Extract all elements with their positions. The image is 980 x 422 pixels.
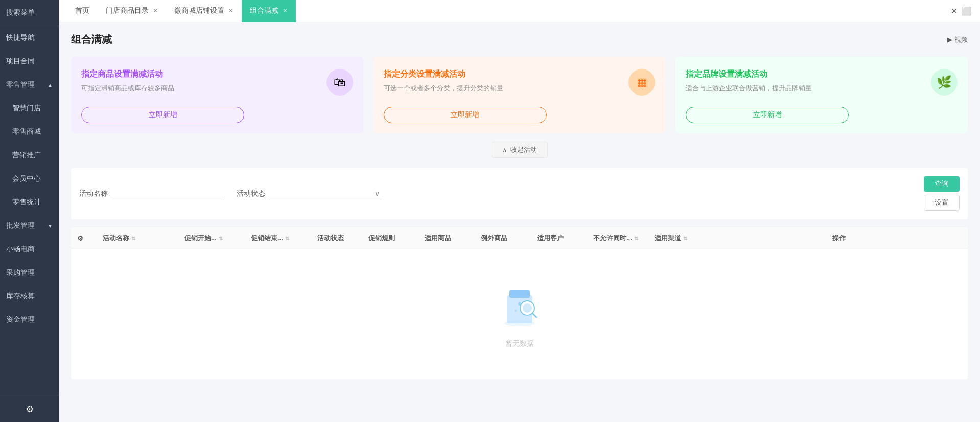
category-card-add-btn[interactable]: 立即新增	[384, 107, 547, 123]
brand-card-add-btn[interactable]: 立即新增	[686, 107, 849, 123]
tab-bar-actions: ✕ ⬜	[951, 6, 972, 16]
sidebar-item-label: 采购管理	[6, 268, 35, 277]
sidebar-item-label: 营销推广	[12, 151, 41, 160]
gear-icon: ⚙	[26, 404, 34, 415]
tab-combo-discount[interactable]: 组合满减 ✕	[242, 0, 296, 22]
tab-label: 门店商品目录	[106, 6, 149, 15]
sidebar-item-label: 批发管理	[6, 221, 35, 230]
filter-name-item: 活动名称	[79, 187, 224, 200]
svg-rect-2	[509, 290, 530, 298]
sort-icon: ⇅	[285, 236, 289, 241]
close-window-icon[interactable]: ✕	[951, 6, 958, 16]
product-activity-card: 指定商品设置满减活动 🛍 可指定滞销商品或库存较多商品 立即新增	[71, 57, 363, 133]
card-icon-product: 🛍	[326, 69, 353, 96]
sidebar-item-label: 零售管理	[6, 80, 35, 89]
sidebar-item-retail-stats[interactable]: 零售统计	[0, 191, 59, 214]
video-link[interactable]: ▶ 视频	[947, 35, 968, 44]
svg-point-6	[518, 302, 521, 306]
play-icon: ▶	[947, 36, 952, 43]
sidebar-item-xiaochang[interactable]: 小畅电商	[0, 238, 59, 261]
collapse-btn[interactable]: ∧ 收起活动	[492, 142, 548, 158]
tab-close-icon[interactable]: ✕	[228, 7, 234, 14]
page-header: 组合满减 ▶ 视频	[71, 33, 968, 46]
th-notallow[interactable]: 不允许同时... ⇅	[587, 233, 648, 243]
chevron-down-icon: ▼	[48, 223, 53, 229]
sidebar-item-project-contract[interactable]: 项目合同	[0, 50, 59, 73]
th-gear[interactable]: ⚙	[71, 235, 97, 242]
setting-button[interactable]: 设置	[924, 195, 960, 211]
query-button[interactable]: 查询	[924, 176, 960, 192]
brand-activity-card: 指定品牌设置满减活动 🌿 适合与上游企业联合做营销，提升品牌销量 立即新增	[675, 57, 968, 133]
th-op: 操作	[710, 233, 968, 243]
th-label: 例外商品	[481, 233, 507, 243]
page-title: 组合满减	[71, 33, 112, 46]
tab-wechat-store[interactable]: 微商城店铺设置 ✕	[166, 0, 242, 22]
chevron-up-icon: ∧	[502, 146, 507, 154]
sidebar-search[interactable]: 搜索菜单	[0, 0, 59, 26]
sidebar-item-label: 会员中心	[12, 174, 41, 183]
filter-actions: 查询 设置	[924, 176, 960, 211]
th-name[interactable]: 活动名称 ⇅	[97, 233, 178, 243]
th-end[interactable]: 促销结束... ⇅	[245, 233, 311, 243]
filter-status-label: 活动状态	[237, 189, 265, 198]
filter-name-input[interactable]	[112, 187, 224, 200]
sidebar-item-smart-store[interactable]: 智慧门店	[0, 97, 59, 120]
filter-name-label: 活动名称	[79, 189, 108, 198]
sort-icon: ⇅	[219, 236, 223, 241]
th-status: 活动状态	[311, 233, 362, 243]
sort-icon: ⇅	[634, 236, 638, 241]
sidebar-item-label: 库存核算	[6, 292, 35, 301]
sidebar-item-label: 零售商城	[12, 127, 41, 136]
maximize-icon[interactable]: ⬜	[962, 6, 972, 16]
collapse-bar: ∧ 收起活动	[71, 142, 968, 158]
th-start[interactable]: 促销开始... ⇅	[178, 233, 245, 243]
tab-close-icon[interactable]: ✕	[283, 7, 288, 14]
tab-bar: 首页 门店商品目录 ✕ 微商城店铺设置 ✕ 组合满减 ✕ ✕ ⬜	[59, 0, 980, 22]
card-icon-brand: 🌿	[931, 69, 958, 96]
empty-state: 暂无数据	[71, 249, 968, 379]
collapse-label: 收起活动	[510, 145, 537, 154]
sidebar-item-inventory[interactable]: 库存核算	[0, 285, 59, 308]
sidebar-item-finance[interactable]: 资金管理	[0, 308, 59, 332]
sidebar-item-label: 项目合同	[6, 57, 35, 66]
sidebar-item-retail-mgmt[interactable]: 零售管理 ▲	[0, 73, 59, 97]
filter-status-select-wrap: ∨	[269, 187, 382, 200]
th-channel[interactable]: 适用渠道 ⇅	[648, 233, 710, 243]
sidebar-item-purchase-mgmt[interactable]: 采购管理	[0, 261, 59, 285]
sidebar-settings-btn[interactable]: ⚙	[0, 396, 59, 422]
sidebar-item-label: 快捷导航	[6, 33, 35, 42]
th-label: 适用客户	[537, 233, 564, 243]
empty-illustration	[494, 280, 545, 331]
filter-status-select[interactable]	[269, 187, 382, 200]
sidebar-item-retail-mall[interactable]: 零售商城	[0, 120, 59, 144]
tab-product-catalog[interactable]: 门店商品目录 ✕	[98, 0, 166, 22]
sidebar-item-quick-nav[interactable]: 快捷导航	[0, 26, 59, 50]
th-label: 操作	[832, 233, 846, 243]
sidebar-item-label: 小畅电商	[6, 245, 35, 254]
card-desc: 可选一个或者多个分类，提升分类的销量	[384, 84, 656, 93]
sort-icon: ⇅	[131, 236, 135, 241]
sidebar-item-marketing[interactable]: 营销推广	[0, 144, 59, 167]
tab-label: 首页	[75, 6, 89, 15]
th-label: 促销结束...	[251, 233, 283, 243]
filter-status-item: 活动状态 ∨	[237, 187, 382, 200]
tab-home[interactable]: 首页	[67, 0, 98, 22]
card-title: 指定分类设置满减活动	[384, 69, 656, 80]
tab-close-icon[interactable]: ✕	[153, 7, 158, 14]
th-label: 不允许同时...	[593, 233, 632, 243]
filter-row: 活动名称 活动状态 ∨ 查询 设置	[71, 168, 968, 219]
table-header: ⚙ 活动名称 ⇅ 促销开始... ⇅ 促销结束... ⇅ 活动状态	[71, 227, 968, 249]
product-card-add-btn[interactable]: 立即新增	[81, 107, 244, 123]
empty-text: 暂无数据	[505, 339, 534, 348]
data-table: ⚙ 活动名称 ⇅ 促销开始... ⇅ 促销结束... ⇅ 活动状态	[71, 227, 968, 379]
card-desc: 适合与上游企业联合做营销，提升品牌销量	[686, 84, 958, 93]
card-desc: 可指定滞销商品或库存较多商品	[81, 84, 353, 93]
sidebar-item-member-center[interactable]: 会员中心	[0, 167, 59, 191]
th-label: 活动名称	[103, 233, 129, 243]
sidebar: 搜索菜单 快捷导航 项目合同 零售管理 ▲ 智慧门店 零售商城 营销推广 会员中…	[0, 0, 59, 422]
chevron-up-icon: ▲	[48, 82, 53, 88]
sidebar-item-label: 零售统计	[12, 198, 41, 207]
activity-cards: 指定商品设置满减活动 🛍 可指定滞销商品或库存较多商品 立即新增 指定分类设置满…	[71, 57, 968, 133]
sidebar-item-wholesale-mgmt[interactable]: 批发管理 ▼	[0, 214, 59, 238]
th-label: 适用商品	[425, 233, 451, 243]
